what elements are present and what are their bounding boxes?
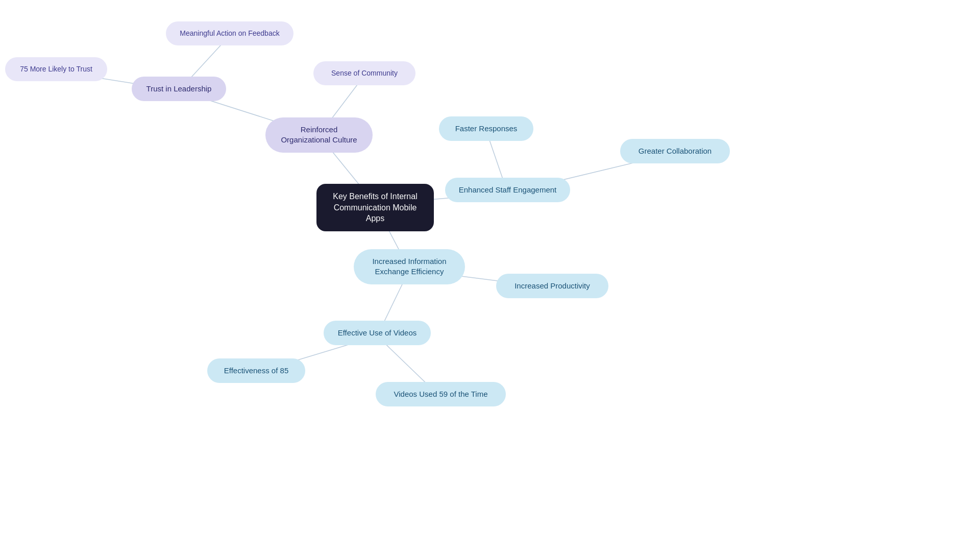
effectiveness-85-node: Effectiveness of 85 [207,358,305,383]
trust-leadership-node: Trust in Leadership [132,77,226,101]
center-node: Key Benefits of Internal Communication M… [316,184,434,231]
faster-responses-node: Faster Responses [439,116,533,141]
sense-community-node: Sense of Community [313,61,415,85]
videos-used-node: Videos Used 59 of the Time [376,382,506,406]
reinforced-org-culture-node: Reinforced Organizational Culture [265,117,373,153]
increased-info-node: Increased Information Exchange Efficienc… [354,249,465,284]
effective-videos-node: Effective Use of Videos [324,321,431,345]
increased-prod-node: Increased Productivity [496,274,608,298]
meaningful-action-node: Meaningful Action on Feedback [166,21,293,45]
enhanced-staff-node: Enhanced Staff Engagement [445,178,570,202]
75-trust-node: 75 More Likely to Trust [5,57,107,81]
greater-collab-node: Greater Collaboration [620,139,730,163]
